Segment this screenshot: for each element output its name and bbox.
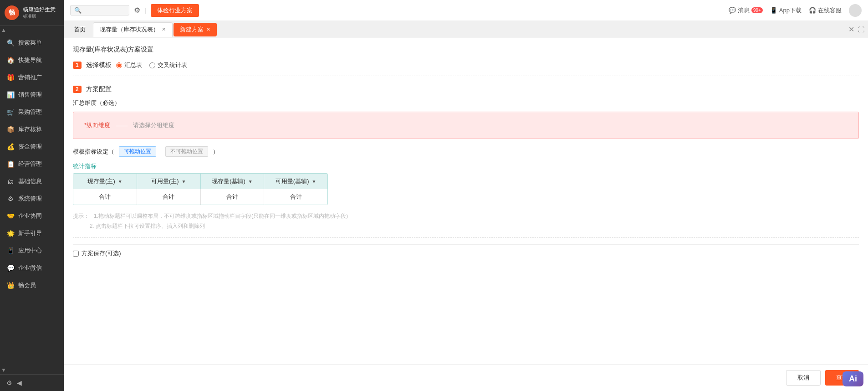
- sidebar-item-quick-nav[interactable]: 🏠快捷导航: [0, 51, 64, 69]
- sidebar-item-basic-info[interactable]: 🗂基础信息: [0, 173, 64, 190]
- sidebar-item-inventory[interactable]: 📦库存核算: [0, 121, 64, 138]
- sidebar-item-new-guide[interactable]: 🌟新手引导: [0, 225, 64, 242]
- enterprise-wechat-label: 企业微信: [18, 264, 42, 272]
- col-header-4-label: 可用量(基辅): [276, 177, 309, 185]
- cancel-button[interactable]: 取消: [786, 370, 821, 386]
- sidebar-item-sales-mgmt[interactable]: 📊销售管理: [0, 86, 64, 103]
- sidebar-footer: ⚙ ◀: [0, 374, 64, 391]
- body-col-2: 合计: [137, 189, 201, 205]
- save-label[interactable]: 方案保存(可选): [82, 249, 121, 257]
- brand-name: 畅康通好生意: [23, 6, 56, 14]
- col-header-2[interactable]: 可用量(主) ▼: [137, 174, 201, 189]
- quick-nav-label: 快捷导航: [18, 56, 42, 64]
- vip-label: 畅会员: [18, 281, 36, 289]
- stats-table-header: 现存量(主) ▼ 可用量(主) ▼ 现存量(基辅) ▼: [73, 174, 327, 189]
- search-box[interactable]: 🔍: [70, 5, 129, 15]
- search-icon: 🔍: [74, 7, 82, 14]
- topbar-right: 💬 消息 99+ 📱 App下载 🎧 在线客服: [729, 4, 862, 17]
- summary-dim-label: 汇总维度（必选）: [73, 99, 859, 107]
- app-label: App下载: [779, 6, 802, 15]
- trial-button[interactable]: 体验行业方案: [151, 4, 199, 17]
- tabbar-expand-icon[interactable]: ⛶: [858, 26, 864, 33]
- new-guide-label: 新手引导: [18, 229, 42, 237]
- quick-nav-icon: 🏠: [6, 56, 15, 64]
- ai-badge[interactable]: Ai: [842, 371, 863, 386]
- new-guide-icon: 🌟: [6, 229, 15, 237]
- indicator-label-text: 模板指标设定（: [73, 148, 114, 156]
- col-3-chevron: ▼: [248, 179, 253, 184]
- avatar-image: [849, 4, 862, 17]
- step2-badge: 2: [73, 86, 82, 93]
- tab-new-scheme-close[interactable]: ✕: [206, 26, 210, 32]
- sound-icon[interactable]: ◀: [17, 379, 22, 386]
- app-download-button[interactable]: 📱 App下载: [770, 6, 802, 15]
- purchase-mgmt-icon: 🛒: [6, 108, 15, 116]
- body-col-3: 合计: [201, 189, 265, 205]
- sidebar-item-marketing[interactable]: 🎁营销推广: [0, 69, 64, 86]
- dim-required-label: *纵向维度: [84, 121, 110, 129]
- indicator-close: ）: [213, 148, 219, 156]
- inventory-icon: 📦: [6, 125, 15, 134]
- sidebar-item-system-mgmt[interactable]: ⚙系统管理: [0, 190, 64, 207]
- gear-icon[interactable]: ⚙: [134, 6, 140, 15]
- radio-cross-input[interactable]: [149, 62, 155, 68]
- basic-info-label: 基础信息: [18, 177, 42, 185]
- sidebar-scroll-up[interactable]: ▲: [0, 26, 64, 34]
- tab-new-scheme[interactable]: 新建方案 ✕: [174, 23, 217, 36]
- settings-icon[interactable]: ⚙: [6, 379, 12, 386]
- step1-section: 1 选择模板 汇总表 交叉统计表: [73, 61, 859, 76]
- radio-summary-input[interactable]: [116, 62, 122, 68]
- body-col-4: 合计: [264, 189, 327, 205]
- sales-mgmt-icon: 📊: [6, 91, 15, 99]
- col-header-3-label: 现存量(基辅): [212, 177, 245, 185]
- radio-cross-label: 交叉统计表: [158, 61, 187, 69]
- app-center-icon: 📱: [6, 247, 15, 255]
- system-mgmt-icon: ⚙: [6, 195, 15, 203]
- col-2-chevron: ▼: [182, 179, 186, 184]
- sidebar-item-search-menu[interactable]: 🔍搜索菜单: [0, 34, 64, 51]
- brand-header: 畅 畅康通好生意 标准版: [0, 0, 64, 26]
- non-draggable-tag: 不可拖动位置: [165, 146, 208, 157]
- col-header-1-label: 现存量(主): [87, 177, 115, 185]
- col-header-4[interactable]: 可用量(基辅) ▼: [264, 174, 327, 189]
- step2-divider: [73, 237, 859, 238]
- stats-table: 现存量(主) ▼ 可用量(主) ▼ 现存量(基辅) ▼: [73, 173, 328, 205]
- brand-logo: 畅: [5, 5, 19, 20]
- dim-divider: ——: [116, 122, 128, 129]
- sidebar-item-cooperation[interactable]: 🤝企业协同: [0, 207, 64, 225]
- brand-text: 畅康通好生意 标准版: [23, 6, 56, 20]
- tab-home[interactable]: 首页: [67, 23, 92, 36]
- radio-cross[interactable]: 交叉统计表: [149, 61, 187, 69]
- headset-icon: 🎧: [809, 7, 816, 14]
- user-avatar[interactable]: [849, 4, 862, 17]
- service-label: 在线客服: [818, 6, 842, 15]
- cooperation-label: 企业协同: [18, 212, 42, 220]
- sidebar-item-enterprise-wechat[interactable]: 💬企业微信: [0, 259, 64, 277]
- tab-inventory-close[interactable]: ✕: [162, 26, 166, 32]
- dimension-box: *纵向维度 —— 请选择分组维度: [73, 112, 859, 139]
- tab-inventory[interactable]: 现存量（库存状况表） ✕: [93, 22, 173, 37]
- message-icon: 💬: [729, 7, 736, 14]
- radio-summary[interactable]: 汇总表: [116, 61, 142, 69]
- sidebar-item-app-center[interactable]: 📱应用中心: [0, 242, 64, 259]
- purchase-mgmt-label: 采购管理: [18, 108, 42, 116]
- col-4-chevron: ▼: [312, 179, 317, 184]
- page-title: 现存量(库存状况表)方案设置: [73, 46, 859, 54]
- save-checkbox[interactable]: [73, 251, 79, 257]
- service-button[interactable]: 🎧 在线客服: [809, 6, 842, 15]
- app-center-label: 应用中心: [18, 247, 42, 255]
- col-header-3[interactable]: 现存量(基辅) ▼: [201, 174, 265, 189]
- template-radio-group: 汇总表 交叉统计表: [116, 61, 187, 69]
- home-tab-label: 首页: [74, 26, 86, 34]
- sidebar-item-purchase-mgmt[interactable]: 🛒采购管理: [0, 103, 64, 121]
- sidebar-scroll-down[interactable]: ▼: [0, 366, 64, 374]
- message-button[interactable]: 💬 消息 99+: [729, 6, 763, 15]
- finance-icon: 💰: [6, 143, 15, 151]
- search-input[interactable]: [83, 7, 124, 14]
- tabbar-close-icon[interactable]: ✕: [848, 25, 854, 34]
- sidebar-item-vip[interactable]: 👑畅会员: [0, 277, 64, 294]
- sidebar-item-operations[interactable]: 📋经营管理: [0, 155, 64, 173]
- sidebar-item-finance[interactable]: 💰资金管理: [0, 138, 64, 155]
- col-header-1[interactable]: 现存量(主) ▼: [73, 174, 137, 189]
- dim-placeholder[interactable]: 请选择分组维度: [133, 121, 174, 129]
